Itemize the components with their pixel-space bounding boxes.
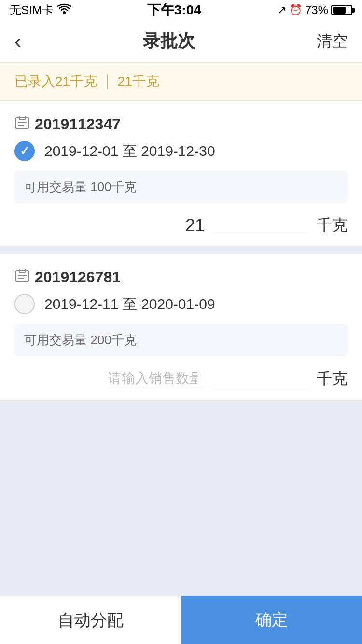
available-qty-1: 可用交易量 100千克 — [14, 171, 348, 203]
batch-date-row-2[interactable]: 2019-12-11 至 2020-01-09 — [14, 294, 348, 314]
auto-distribute-button[interactable]: 自动分配 — [0, 596, 181, 644]
clear-button[interactable]: 清空 — [317, 31, 348, 52]
carrier-text: 无SIM卡 — [10, 2, 54, 18]
qty-input-2[interactable] — [108, 368, 205, 390]
batch-date-2: 2019-12-11 至 2020-01-09 — [44, 294, 215, 314]
batch-id-1: 2019112347 — [35, 115, 121, 133]
empty-area — [0, 400, 362, 613]
total-amount: 21千克 — [117, 72, 159, 91]
qty-row-1: 21 千克 — [0, 203, 362, 246]
svg-point-0 — [63, 11, 66, 14]
confirm-button[interactable]: 确定 — [181, 596, 362, 644]
main-content: 2019112347 2019-12-01 至 2019-12-30 可用交易量… — [0, 101, 362, 644]
qty-separator-2 — [212, 388, 309, 388]
batch-date-row-1[interactable]: 2019-12-01 至 2019-12-30 — [14, 141, 348, 161]
batch-id-2: 2019126781 — [35, 268, 121, 286]
back-button[interactable]: ‹ — [14, 31, 21, 52]
summary-bar: 已录入21千克 21千克 — [0, 63, 362, 101]
battery-fill — [333, 7, 346, 14]
recorded-amount: 已录入21千克 — [14, 72, 97, 91]
bottom-bar: 自动分配 确定 — [0, 596, 362, 644]
summary-divider — [107, 74, 108, 89]
qty-separator-1 — [212, 234, 309, 234]
alarm-icon: ⏰ — [289, 4, 302, 16]
wifi-icon — [57, 3, 71, 17]
status-time: 下午3:04 — [147, 1, 201, 19]
batch-icon-2 — [14, 269, 30, 286]
status-left: 无SIM卡 — [10, 2, 71, 18]
batch-icon-1 — [14, 116, 30, 133]
batch-id-row-1: 2019112347 — [14, 115, 348, 133]
qty-value-1: 21 — [185, 215, 205, 236]
qty-unit-2: 千克 — [317, 368, 348, 390]
location-icon: ↗ — [278, 4, 286, 16]
status-bar: 无SIM卡 下午3:04 ↗ ⏰ 73% — [0, 0, 362, 20]
qty-unit-1: 千克 — [317, 215, 348, 236]
batch-date-1: 2019-12-01 至 2019-12-30 — [44, 141, 215, 161]
battery-percent: 73% — [305, 3, 328, 17]
nav-bar: ‹ 录批次 清空 — [0, 20, 362, 63]
batch-card-1-inner: 2019112347 2019-12-01 至 2019-12-30 可用交易量… — [0, 101, 362, 203]
available-qty-2: 可用交易量 200千克 — [14, 324, 348, 356]
status-right: ↗ ⏰ 73% — [278, 3, 352, 17]
battery-icon — [331, 5, 352, 15]
radio-1[interactable] — [14, 141, 35, 161]
card-divider — [0, 246, 362, 254]
radio-2[interactable] — [14, 294, 35, 314]
qty-row-2: 千克 — [0, 356, 362, 400]
page-title: 录批次 — [143, 29, 195, 53]
batch-card-2: 2019126781 2019-12-11 至 2020-01-09 可用交易量… — [0, 254, 362, 400]
batch-card-1: 2019112347 2019-12-01 至 2019-12-30 可用交易量… — [0, 101, 362, 246]
batch-card-2-inner: 2019126781 2019-12-11 至 2020-01-09 可用交易量… — [0, 254, 362, 356]
batch-id-row-2: 2019126781 — [14, 268, 348, 286]
